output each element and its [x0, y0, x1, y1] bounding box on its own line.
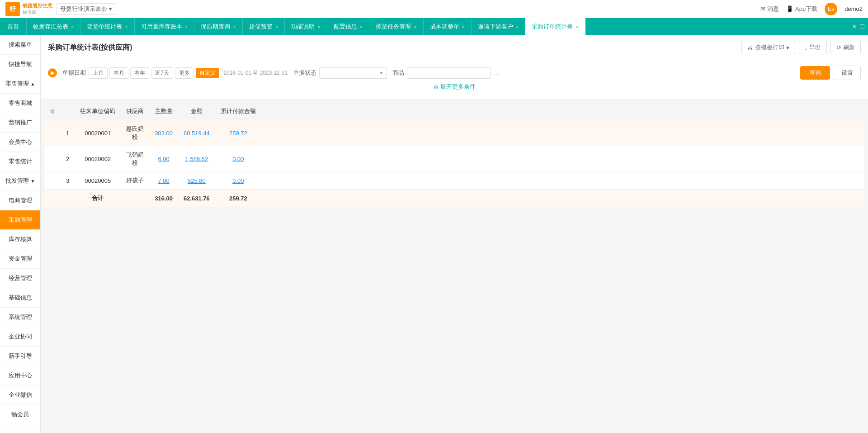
tab-caigou[interactable]: 采购订单统计表 × [525, 18, 585, 35]
date-btn-this-month[interactable]: 本月 [109, 67, 128, 79]
th-quantity: 主数量 [149, 103, 178, 120]
close-tab-chengben[interactable]: × [462, 24, 465, 29]
sidebar-item-retail-shop[interactable]: 零售商城 [0, 94, 40, 113]
close-tab-caigou[interactable]: × [576, 24, 578, 29]
tab-peizhi[interactable]: 配置信息 × [327, 18, 369, 35]
filter-area: ▶ 单据日期 上月 本月 本年 近7天 更多 自定义 2016-01-01 至 … [41, 60, 868, 99]
layout: 搜索菜单 快捷导航 零售管理 ▲ 零售商城 营销推广 会员中心 零售统计 批发管… [0, 35, 868, 433]
tab-keyongliku[interactable]: 可用量库存账本 × [135, 18, 194, 35]
top-bar-left: 好 畅捷通好生意 标准版 母婴行业演示账套 ▾ [5, 2, 116, 16]
footer-label: 合计 [75, 190, 121, 207]
quantity-link[interactable]: 7.00 [158, 177, 169, 184]
settings-button[interactable]: 设置 [834, 66, 861, 80]
th-rownum [61, 103, 75, 120]
sidebar-item-vip[interactable]: 畅会员 [0, 405, 40, 424]
sidebar-item-search[interactable]: 搜索菜单 [0, 35, 40, 55]
tab-chaochu[interactable]: 超储预警 × [243, 18, 285, 35]
date-filter-btns: 上月 本月 本年 近7天 更多 自定义 [89, 67, 219, 79]
close-tab-tuohuo[interactable]: × [414, 24, 416, 29]
sidebar-item-inventory[interactable]: 库存核算 [0, 230, 40, 249]
sidebar-item-basic[interactable]: 基础信息 [0, 288, 40, 308]
status-select[interactable] [319, 67, 387, 79]
tab-home[interactable]: 首页 [0, 18, 27, 35]
date-btn-more[interactable]: 更多 [175, 67, 194, 79]
date-btn-7days[interactable]: 近7天 [151, 67, 173, 79]
amount-link[interactable]: 1,586.52 [185, 156, 208, 162]
page-header-actions: 🖨 按模板打印 ▾ ↓ 导出 ↺ 刷新 [741, 41, 861, 54]
close-tab-yaoqing[interactable]: × [516, 24, 519, 29]
close-tab-chaochu[interactable]: × [275, 24, 278, 29]
close-tab-shoufashui[interactable]: × [71, 24, 74, 29]
tab-tuohuo[interactable]: 拣货任务管理 × [369, 18, 423, 35]
page-title: 采购订单统计表(按供应商) [48, 43, 132, 52]
amount-link[interactable]: 60,519.44 [184, 130, 210, 137]
sidebar-item-appcenter[interactable]: 应用中心 [0, 366, 40, 385]
goods-input[interactable] [407, 67, 491, 79]
toggle-arrow-icon: ▶ [51, 70, 55, 76]
sidebar-item-finance[interactable]: 资金管理 [0, 249, 40, 269]
expand-more-btn[interactable]: ⊕ 展开更多条件 [434, 83, 476, 91]
refresh-button[interactable]: ↺ 刷新 [830, 41, 861, 54]
sidebar-item-newguide[interactable]: 新手引导 [0, 347, 40, 366]
message-icon: ✉ [760, 5, 765, 12]
close-tab-gongneng[interactable]: × [317, 24, 320, 29]
export-icon: ↓ [805, 44, 808, 51]
quantity-link[interactable]: 303.00 [155, 130, 173, 137]
sidebar-item-operations[interactable]: 经营管理 [0, 269, 40, 288]
sidebar-item-quicknav[interactable]: 快捷导航 [0, 55, 40, 74]
paid-link[interactable]: 0.00 [232, 156, 244, 162]
nav-right-btns: × □ [852, 23, 868, 31]
date-btn-last-month[interactable]: 上月 [89, 67, 108, 79]
sidebar-item-member[interactable]: 会员中心 [0, 133, 40, 152]
close-tab-yaohuodanjilu[interactable]: × [125, 24, 127, 29]
th-spacer [261, 103, 864, 120]
sidebar-item-marketing[interactable]: 营销推广 [0, 113, 40, 133]
th-amount: 金额 [178, 103, 215, 120]
sidebar-item-retail[interactable]: 零售管理 ▲ [0, 74, 40, 94]
goods-filter-label: 商品 [392, 69, 404, 77]
workspace-selector[interactable]: 母婴行业演示账套 ▾ [56, 3, 116, 15]
nav-maximize-btn[interactable]: □ [860, 23, 864, 31]
tab-gongneng[interactable]: 功能说明 × [285, 18, 327, 35]
close-tab-keyongliku[interactable]: × [185, 24, 188, 29]
sidebar-item-retail-stats[interactable]: 零售统计 [0, 152, 40, 171]
paid-link[interactable]: 0.00 [232, 177, 244, 184]
paid-link[interactable]: 259.72 [229, 130, 247, 137]
close-tab-peizhi[interactable]: × [360, 24, 363, 29]
quantity-link[interactable]: 6.00 [158, 156, 169, 162]
sidebar-item-system[interactable]: 系统管理 [0, 308, 40, 327]
close-tab-baozhiqi[interactable]: × [233, 24, 236, 29]
user-avatar[interactable]: Ea [825, 3, 837, 15]
tab-yaohuodanjilu[interactable]: 要货单统计表 × [80, 18, 134, 35]
status-filter-label: 单据状态 [293, 69, 316, 77]
sidebar-item-ecommerce[interactable]: 电商管理 [0, 191, 40, 210]
tab-yaoqing[interactable]: 邀请下游客户 × [472, 18, 525, 35]
sidebar-item-wholesale[interactable]: 批发管理 ▼ [0, 171, 40, 191]
main-content: 采购订单统计表(按供应商) 🖨 按模板打印 ▾ ↓ 导出 ↺ 刷新 [41, 35, 868, 433]
message-btn[interactable]: ✉ 消息 [760, 5, 779, 13]
sidebar-item-enterprise[interactable]: 企业协同 [0, 327, 40, 347]
tab-shoufashui[interactable]: 收发存汇总表 × [27, 18, 80, 35]
table-row: 2 00020002 飞鹤奶粉 6.00 1,586.52 0.00 [44, 146, 864, 172]
footer-quantity: 316.00 [149, 190, 178, 207]
export-button[interactable]: ↓ 导出 [799, 41, 827, 54]
date-btn-this-year[interactable]: 本年 [130, 67, 149, 79]
tab-chengben[interactable]: 成本调整单 × [424, 18, 472, 35]
nav-close-all-btn[interactable]: × [852, 23, 856, 31]
sidebar-item-purchase[interactable]: 采购管理 [0, 210, 40, 230]
data-table: ⚙ 往来单位编码 供应商 主数量 金额 累计付款金额 [44, 103, 864, 207]
print-button[interactable]: 🖨 按模板打印 ▾ [741, 41, 795, 54]
amount-link[interactable]: 525.80 [188, 177, 206, 184]
column-settings-icon[interactable]: ⚙ [50, 108, 55, 115]
tab-baozhiqi[interactable]: 保质期查询 × [194, 18, 242, 35]
collapse-toggle-btn[interactable]: ▶ [48, 68, 57, 77]
date-btn-custom[interactable]: 自定义 [196, 68, 219, 78]
query-button[interactable]: 查询 [800, 66, 830, 80]
goods-search-icon[interactable]: … [494, 70, 500, 76]
goods-filter-item: 商品 … [392, 67, 500, 79]
app-download-btn[interactable]: 📱 App下载 [786, 5, 817, 13]
nav-tabs: 首页 收发存汇总表 × 要货单统计表 × 可用量库存账本 × 保质期查询 × 超… [0, 18, 868, 35]
logo-text: 畅捷通好生意 标准版 [23, 2, 52, 15]
expand-row: ⊕ 展开更多条件 [48, 80, 861, 94]
sidebar-item-corpwechat[interactable]: 企业微信 [0, 385, 40, 405]
